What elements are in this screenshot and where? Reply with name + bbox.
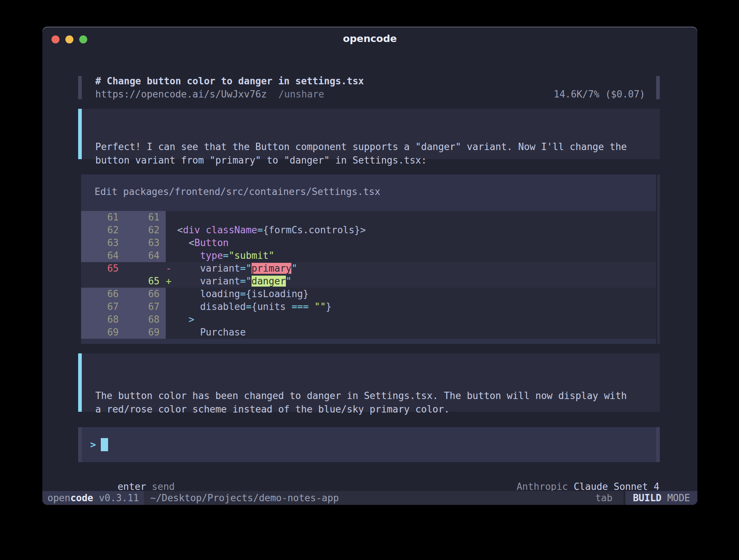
code-token: "submit" [229,250,274,261]
mode-chip[interactable]: BUILD MODE [623,491,697,505]
mode-primary: BUILD [633,492,661,503]
session-header: # Change button color to danger in setti… [78,76,660,99]
diff-row: 65- variant="primary" [81,262,656,275]
code-token: === [291,301,309,312]
diff-line-number-new: 65 [123,275,166,288]
diff-right-border [657,174,660,344]
hint-action: send [152,481,175,492]
code-token: "" [314,301,326,312]
diff-row: 6767 disabled={units === ""} [81,300,656,313]
diff-line-number-old: 64 [81,249,123,262]
assistant-message: The button color has been changed to dan… [78,353,660,412]
code-token: > [166,314,194,325]
diff-code-line [166,211,656,224]
code-token: loading [166,288,240,299]
diff-code-line: type="submit" [166,249,656,262]
diff-line-number-new: 61 [123,211,166,224]
header-left-border [78,76,82,99]
session-title: # Change button color to danger in setti… [95,74,645,88]
keybind-hints: enter send Anthropic Claude Sonnet 4 [83,470,659,481]
unshare-command: /unshare [279,88,324,101]
code-token: Purchase [166,327,246,338]
code-token: div [183,225,200,235]
message-line: The button color has been changed to dan… [95,389,649,403]
code-token: {isLoading} [246,288,309,299]
diff-row: 6161 [81,211,656,224]
diff-line-number-old: 69 [81,326,123,339]
diff-line-number-old: 68 [81,313,123,326]
assistant-message: Perfect! I can see that the Button compo… [78,109,660,159]
diff-code-line: <div className={formCs.controls}> [166,224,656,237]
working-directory: ~/Desktop/Projects/demo-notes-app [150,492,339,503]
model-provider: Anthropic [517,481,568,492]
code-token: =" [240,276,252,287]
code-token: primary [252,263,292,274]
diff-row: 65+ variant="danger" [81,275,656,288]
diff-line-number-old: 66 [81,288,123,300]
code-token [309,301,314,312]
message-lines: Perfect! I can see that the Button compo… [95,140,649,167]
status-bar: opencode v0.3.11 ~/Desktop/Projects/demo… [42,491,697,505]
message-line: a red/rose color scheme instead of the b… [95,403,649,416]
diff-row: 6666 loading={isLoading} [81,288,656,300]
token-cost-stats: 14.6K/7% ($0.07) [554,88,645,101]
diff-line-number-old: 67 [81,300,123,313]
code-token: danger [252,276,286,287]
message-line: Perfect! I can see that the Button compo… [95,140,649,154]
diff-line-number-new: 67 [123,300,166,313]
diff-row: 6363 <Button [81,237,656,249]
code-token: Button [194,237,229,248]
app-name-light: open [47,492,70,503]
code-token: variant [172,263,240,274]
tab-hint[interactable]: tab [595,492,612,503]
message-line: button variant from "primary" to "danger… [95,154,649,167]
code-token: " [286,276,292,287]
code-token: = [223,250,229,261]
edit-file-path: Edit packages/frontend/src/containers/Se… [95,185,380,198]
code-token: {formCs.controls}> [263,225,366,235]
diff-code-line: disabled={units === ""} [166,300,656,313]
diff-row: 6262 <div className={formCs.controls}> [81,224,656,237]
message-lines: The button color has been changed to dan… [95,389,649,416]
code-token: = [246,301,252,312]
diff-code-line: + variant="danger" [166,275,656,288]
code-token [166,250,200,261]
share-url[interactable]: https://opencode.ai/s/UwJxv76z [95,88,267,101]
model-name: Claude Sonnet 4 [574,481,659,492]
app-version-chip: opencode v0.3.11 [42,491,144,505]
code-token [200,225,206,235]
app-version-number: v0.3.11 [99,492,139,503]
diff-line-number-old: 63 [81,237,123,249]
mode-secondary: MODE [667,492,690,503]
prompt-input[interactable]: > [78,427,660,462]
message-accent-bar [78,109,82,159]
code-token: disabled [166,301,246,312]
code-token: < [166,237,194,248]
diff-code-line: loading={isLoading} [166,288,656,300]
diff-line-number-old: 65 [81,262,123,275]
app-name-bold: code [70,492,93,503]
hint-key: enter [118,481,146,492]
app-version [93,492,99,503]
diff-row: 6464 type="submit" [81,249,656,262]
window-title: opencode [42,27,697,50]
diff-line-number-new: 68 [123,313,166,326]
diff-line-number-old: 61 [81,211,123,224]
code-token: = [257,225,263,235]
diff-line-number-new: 63 [123,237,166,249]
diff-code-line: - variant="primary" [166,262,656,275]
header-right-border [656,76,660,99]
diff-code-line: Purchase [166,326,656,339]
code-token: - [166,263,172,274]
diff-line-number-old [81,275,123,288]
diff-line-number-new: 66 [123,288,166,300]
opencode-window: opencode # Change button color to danger… [42,27,697,505]
diff-view: 61616262 <div className={formCs.controls… [81,211,656,339]
diff-code-line: > [166,313,656,326]
titlebar: opencode [42,27,697,50]
code-token: " [291,263,297,274]
edit-tool-card: Edit packages/frontend/src/containers/Se… [81,174,656,344]
diff-code-line: <Button [166,237,656,249]
code-token: className [206,225,257,235]
diff-line-number-old: 62 [81,224,123,237]
